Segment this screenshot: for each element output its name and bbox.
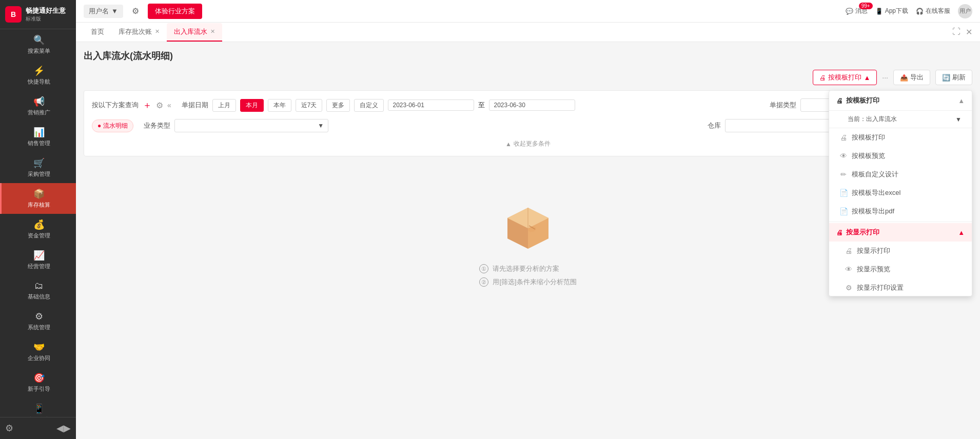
logo-text: 畅捷通好生意 标准版 — [26, 7, 66, 22]
sidebar-settings-icon[interactable]: ⚙ — [5, 423, 13, 434]
page-title: 出入库流水(流水明细) — [84, 50, 972, 62]
tab-window-controls: ⛶ ✕ — [952, 27, 972, 37]
sidebar-item-search[interactable]: 🔍 搜索菜单 — [0, 29, 76, 60]
export-button[interactable]: 📤 导出 — [893, 70, 930, 85]
sidebar-item-system[interactable]: ⚙ 系统管理 — [0, 306, 76, 336]
search-icon: 🔍 — [33, 34, 45, 46]
sidebar-item-finance[interactable]: 💰 资金管理 — [0, 214, 76, 245]
current-template-arrow: ▼ — [955, 116, 962, 123]
sidebar-item-app-center[interactable]: 📱 应用中心 — [0, 398, 76, 417]
message-button[interactable]: 💬 消息 99+ — [846, 7, 868, 15]
dropdown-item-template-excel[interactable]: 📄 按模板导出excel — [829, 184, 972, 202]
top-bar-right: 💬 消息 99+ 📱 App下载 🎧 在线客服 用户 — [846, 4, 972, 18]
empty-illustration — [502, 203, 554, 254]
app-download-icon: 📱 — [875, 8, 883, 15]
dropdown-title: 🖨 按模板打印 — [836, 96, 879, 105]
printer-item-icon: 🖨 — [839, 133, 848, 142]
app-logo: B 畅捷通好生意 标准版 — [0, 0, 76, 29]
export-icon: 📤 — [900, 74, 908, 82]
tab-batch-account[interactable]: 库存批次账 ✕ — [111, 23, 167, 42]
sidebar-item-operation[interactable]: 📈 经营管理 — [0, 245, 76, 275]
dropdown-item-display-preview[interactable]: 👁 按显示预览 — [829, 260, 972, 278]
tag-label: 流水明细 — [103, 122, 128, 130]
dropdown-item-display-print[interactable]: 🖨 按显示打印 — [829, 242, 972, 260]
sidebar-item-sales[interactable]: 📊 销售管理 — [0, 122, 76, 152]
sidebar-item-purchase[interactable]: 🛒 采购管理 — [0, 152, 76, 183]
date-end-input[interactable] — [489, 99, 575, 111]
sidebar-item-guide[interactable]: 🎯 新手引导 — [0, 367, 76, 398]
enterprise-icon: 🤝 — [33, 342, 45, 353]
filter-scheme: 按以下方案查询 ＋ ⚙ « — [92, 99, 171, 111]
date-btn-7days[interactable]: 近7天 — [296, 99, 323, 112]
customer-service-label: 在线客服 — [926, 7, 950, 15]
sidebar-item-quick-nav[interactable]: ⚡ 快捷导航 — [0, 60, 76, 91]
user-avatar[interactable]: 用户 — [958, 4, 972, 18]
filter-collapse-button[interactable]: « — [167, 101, 171, 109]
filter-business-type-item: 业务类型 ▼ — [144, 119, 328, 132]
warehouse-label: 仓库 — [708, 121, 721, 130]
dropdown-item-template-preview[interactable]: 👁 按模板预览 — [829, 147, 972, 165]
finance-icon: 💰 — [33, 219, 45, 230]
step-1-number: ① — [479, 264, 488, 273]
add-filter-button[interactable]: ＋ — [143, 99, 152, 111]
dropdown-item-template-print[interactable]: 🖨 按模板打印 — [829, 128, 972, 147]
tab-stock-flow[interactable]: 出入库流水 ✕ — [167, 23, 222, 42]
inventory-icon: 📦 — [33, 188, 45, 199]
tab-home-label: 首页 — [91, 27, 104, 36]
date-btn-more[interactable]: 更多 — [326, 99, 350, 112]
customer-service-button[interactable]: 🎧 在线客服 — [916, 7, 950, 15]
app-download-button[interactable]: 📱 App下载 — [875, 7, 908, 15]
display-settings-icon: ⚙ — [845, 284, 853, 292]
dropdown-current-template[interactable]: 当前：出入库流水 ▼ — [829, 111, 972, 128]
sales-icon: 📊 — [33, 127, 45, 138]
dropdown-item-template-pdf[interactable]: 📄 按模板导出pdf — [829, 202, 972, 221]
excel-item-icon: 📄 — [839, 189, 848, 197]
dropdown-item-display-print-settings[interactable]: ⚙ 按显示打印设置 — [829, 278, 972, 296]
filter-settings-button[interactable]: ⚙ — [156, 101, 163, 110]
trial-industry-button[interactable]: 体验行业方案 — [148, 4, 202, 19]
tab-batch-account-close[interactable]: ✕ — [155, 28, 160, 35]
date-btn-last-month[interactable]: 上月 — [212, 99, 236, 112]
refresh-button[interactable]: 🔄 刷新 — [935, 70, 972, 85]
sidebar: B 畅捷通好生意 标准版 🔍 搜索菜单 ⚡ 快捷导航 📢 营销推广 📊 — [0, 0, 76, 439]
more-actions-icon[interactable]: ··· — [882, 73, 888, 82]
guide-icon: 🎯 — [33, 372, 45, 384]
maximize-icon[interactable]: ⛶ — [952, 27, 961, 37]
dropdown-collapse-button[interactable]: ▲ — [958, 97, 965, 105]
date-btn-this-year[interactable]: 本年 — [268, 99, 291, 112]
date-start-input[interactable] — [388, 99, 474, 111]
doc-type-label: 单据类型 — [770, 101, 796, 110]
date-field-label: 单据日期 — [182, 101, 208, 110]
purchase-icon: 🛒 — [33, 157, 45, 169]
tab-stock-flow-label: 出入库流水 — [174, 27, 207, 36]
dropdown-scroll: 🖨 按模板打印 ▲ 当前：出入库流水 ▼ 🖨 — [829, 91, 972, 296]
chevron-down-icon: ▼ — [111, 7, 118, 15]
tab-home[interactable]: 首页 — [84, 23, 111, 42]
date-btn-this-month[interactable]: 本月 — [240, 99, 264, 112]
lightning-icon: ⚡ — [33, 65, 45, 76]
business-type-select[interactable]: ▼ — [174, 119, 328, 132]
sidebar-collapse-icon[interactable]: ◀▶ — [56, 423, 71, 434]
sidebar-item-enterprise[interactable]: 🤝 企业协同 — [0, 336, 76, 367]
step-2-number: ② — [479, 277, 488, 287]
empty-step-2: ② 用[筛选]条件来缩小分析范围 — [479, 277, 576, 287]
filter-tag-item: ● 流水明细 — [92, 119, 133, 132]
dropdown-item-template-custom[interactable]: ✏ 模板自定义设计 — [829, 165, 972, 184]
template-print-button[interactable]: 🖨 按模板打印 ▲ — [813, 70, 877, 85]
user-selector[interactable]: 用户名 ▼ — [84, 5, 123, 18]
message-icon: 💬 — [846, 8, 853, 15]
filter-date-item: 单据日期 上月 本月 本年 近7天 更多 自定义 至 — [182, 99, 576, 112]
topbar-settings-button[interactable]: ⚙ — [128, 4, 143, 18]
marketing-icon: 📢 — [33, 96, 45, 107]
display-section-header[interactable]: 🖨 按显示打印 ▲ — [829, 223, 972, 242]
date-btn-custom[interactable]: 自定义 — [354, 99, 384, 112]
sidebar-item-basic[interactable]: 🗂 基础信息 — [0, 275, 76, 306]
sidebar-item-inventory[interactable]: 📦 库存核算 — [0, 183, 76, 214]
empty-steps: ① 请先选择要分析的方案 ② 用[筛选]条件来缩小分析范围 — [479, 264, 576, 287]
tab-stock-flow-close[interactable]: ✕ — [210, 28, 215, 35]
close-window-icon[interactable]: ✕ — [966, 27, 972, 37]
sidebar-item-marketing[interactable]: 📢 营销推广 — [0, 91, 76, 122]
empty-step-1: ① 请先选择要分析的方案 — [479, 264, 576, 273]
business-type-label: 业务类型 — [144, 121, 170, 130]
logo-icon: B — [5, 6, 22, 23]
